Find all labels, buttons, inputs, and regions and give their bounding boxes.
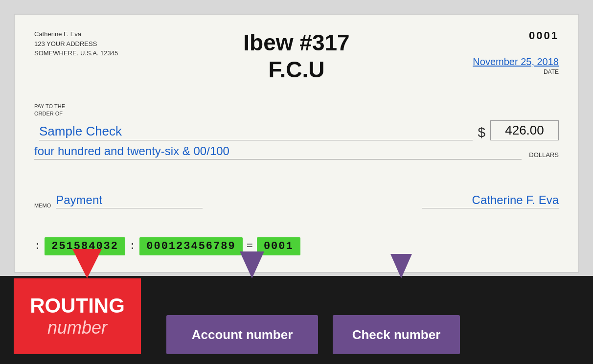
check-number-label: Check number bbox=[352, 327, 441, 342]
account-arrow bbox=[240, 251, 264, 278]
date-label: DATE bbox=[473, 68, 559, 75]
account-number-label: Account number bbox=[192, 327, 293, 342]
dollars-label: DOLLARS bbox=[529, 151, 559, 159]
pay-to-label: PAY TO THE ORDER OF bbox=[34, 103, 559, 118]
bank-name-line1: Ibew #317 bbox=[243, 29, 349, 56]
account-number-badge: Account number bbox=[166, 315, 318, 354]
routing-badge: ROUTING number bbox=[14, 278, 141, 354]
address-line2: SOMEWHERE. U.S.A. 12345 bbox=[34, 48, 118, 58]
address-line1: 123 YOUR ADDRESS bbox=[34, 39, 118, 49]
memo-value: Payment bbox=[56, 193, 203, 208]
date-value: November 25, 2018 bbox=[473, 56, 559, 68]
memo-label: MEMO bbox=[34, 203, 51, 208]
account-holder-name: Catherine F. Eva bbox=[34, 29, 118, 39]
micr-on-us: = bbox=[247, 240, 253, 252]
check-title: Ibew #317 F.C.U bbox=[243, 29, 349, 83]
check-number-top: 0001 bbox=[529, 29, 559, 42]
written-amount: four hundred and twenty-six & 00/100 bbox=[34, 144, 522, 159]
check-number-badge: Check number bbox=[333, 315, 460, 354]
amount-box: 426.00 bbox=[490, 120, 559, 140]
address-block: Catherine F. Eva 123 YOUR ADDRESS SOMEWH… bbox=[34, 29, 118, 58]
routing-arrow bbox=[72, 249, 102, 278]
routing-label-bottom: number bbox=[47, 318, 107, 338]
check-number-arrow bbox=[390, 254, 412, 278]
pay-line: Sample Check $ 426.00 bbox=[34, 120, 559, 140]
check-paper: Catherine F. Eva 123 YOUR ADDRESS SOMEWH… bbox=[14, 14, 579, 273]
bank-name-line2: F.C.U bbox=[243, 56, 349, 83]
memo-signature-section: MEMO Payment Catherine F. Eva bbox=[34, 193, 559, 208]
micr-close-routing: : bbox=[129, 240, 136, 252]
signature-value: Catherine F. Eva bbox=[422, 193, 559, 208]
signature-line: Catherine F. Eva bbox=[203, 193, 559, 208]
page-wrapper: Catherine F. Eva 123 YOUR ADDRESS SOMEWH… bbox=[0, 0, 593, 364]
account-number-highlight: 000123456789 bbox=[139, 237, 242, 255]
pay-section: PAY TO THE ORDER OF Sample Check $ 426.0… bbox=[34, 103, 559, 140]
micr-section: : 251584032 : 000123456789 = 0001 bbox=[34, 237, 559, 255]
written-amount-section: four hundred and twenty-six & 00/100 DOL… bbox=[34, 144, 559, 159]
dollar-sign: $ bbox=[478, 125, 485, 140]
payee-name: Sample Check bbox=[39, 124, 473, 140]
micr-open-routing: : bbox=[34, 240, 41, 252]
routing-label-top: ROUTING bbox=[30, 295, 125, 317]
check-inner: Catherine F. Eva 123 YOUR ADDRESS SOMEWH… bbox=[34, 29, 559, 262]
date-section: November 25, 2018 DATE bbox=[473, 56, 559, 75]
